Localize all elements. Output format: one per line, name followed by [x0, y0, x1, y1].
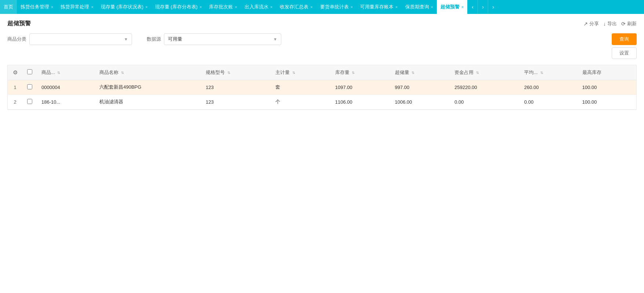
col-checkbox-header	[22, 65, 37, 80]
nav-summary[interactable]: 收发存汇总表 ×	[276, 0, 316, 14]
settings-button[interactable]: 设置	[612, 47, 637, 59]
row-checkbox-1[interactable]	[27, 99, 32, 104]
top-navigation: 首页 拣货任务管理 × 拣货异常处理 × 现存量 (库存状况表) × 现存量 (…	[0, 0, 644, 14]
col-product-code[interactable]: 商品... ⇅	[37, 65, 95, 80]
nav-task-mgmt-label: 拣货任务管理	[21, 4, 49, 10]
row-stock-0: 1097.00	[331, 80, 391, 94]
row-unit-0: 套	[271, 80, 331, 94]
share-label: 分享	[589, 21, 599, 27]
col-product-code-label: 商品...	[41, 70, 55, 75]
nav-inout-flow-close[interactable]: ×	[270, 5, 272, 9]
nav-stock-status[interactable]: 现存量 (库存状况表) ×	[97, 0, 151, 14]
refresh-icon: ⟳	[621, 21, 626, 27]
row-product-name-1: 机油滤清器	[95, 94, 201, 109]
datasource-chevron-icon: ▼	[273, 37, 277, 41]
nav-task-mgmt-close[interactable]: ×	[51, 5, 53, 9]
sort-unit-icon: ⇅	[292, 71, 295, 75]
nav-task-mgmt[interactable]: 拣货任务管理 ×	[17, 0, 57, 14]
datasource-label: 数据源	[147, 36, 161, 42]
row-max-stock-0: 100.00	[578, 80, 636, 94]
category-filter: 商品分类 ▼	[7, 33, 132, 45]
page-content: 超储预警 ↗ 分享 ↓ 导出 ⟳ 刷新 商品分类	[0, 14, 644, 293]
page-title: 超储预警	[7, 20, 31, 27]
share-button[interactable]: ↗ 分享	[583, 21, 599, 27]
nav-batch-ledger-label: 库存批次账	[209, 4, 233, 10]
page-header: 超储预警 ↗ 分享 ↓ 导出 ⟳ 刷新	[7, 20, 637, 27]
nav-stock-dist[interactable]: 现存量 (库存分布表) ×	[151, 0, 206, 14]
nav-inout-flow-label: 出入库流水	[245, 4, 268, 10]
nav-inout-flow[interactable]: 出入库流水 ×	[241, 0, 276, 14]
col-stock[interactable]: 库存量 ⇅	[331, 65, 391, 80]
nav-order-stats-label: 要货单统计表	[320, 4, 349, 10]
nav-home[interactable]: 首页	[0, 0, 17, 14]
row-capital-0: 259220.00	[450, 80, 520, 94]
share-icon: ↗	[583, 21, 588, 27]
nav-arrow-right[interactable]: ›	[477, 0, 488, 14]
datasource-value: 可用量	[168, 36, 182, 42]
row-stock-1: 1106.00	[331, 94, 391, 109]
nav-exception[interactable]: 拣货异常处理 ×	[57, 0, 97, 14]
row-overstock-1: 1006.00	[391, 94, 450, 109]
col-unit[interactable]: 主计量 ⇅	[271, 65, 331, 80]
header-actions: ↗ 分享 ↓ 导出 ⟳ 刷新	[583, 21, 637, 27]
refresh-button[interactable]: ⟳ 刷新	[621, 21, 637, 27]
settings-gear-icon[interactable]: ⚙	[13, 69, 18, 75]
table-row: 1 0000004 六配套新昌490BPG 123 套 1097.00 997.…	[8, 80, 636, 94]
data-table: ⚙ 商品... ⇅ 商品名称 ⇅ 规格型号 ⇅	[7, 65, 637, 110]
col-product-name[interactable]: 商品名称 ⇅	[95, 65, 201, 80]
row-checkbox-0[interactable]	[27, 84, 32, 89]
category-select[interactable]: ▼	[29, 33, 132, 45]
row-num-0: 1	[8, 80, 22, 94]
col-capital[interactable]: 资金占用 ⇅	[450, 65, 520, 80]
nav-available-ledger[interactable]: 可用量库存账本 ×	[356, 0, 401, 14]
col-max-stock[interactable]: 最高库存	[578, 65, 636, 80]
nav-expiry[interactable]: 保质期查询 ×	[402, 0, 437, 14]
row-spec-0: 123	[201, 80, 271, 94]
nav-arrow-left[interactable]: ‹	[467, 0, 477, 14]
nav-arrow-more[interactable]: ›	[488, 0, 498, 14]
row-product-code-1: 186-10...	[37, 94, 95, 109]
nav-overstock-close[interactable]: ×	[461, 5, 464, 9]
row-product-code-0: 0000004	[37, 80, 95, 94]
category-label: 商品分类	[7, 36, 26, 42]
nav-stock-dist-close[interactable]: ×	[200, 5, 202, 9]
query-button[interactable]: 查询	[612, 33, 637, 45]
row-spec-1: 123	[201, 94, 271, 109]
nav-overstock-label: 超储预警	[440, 4, 460, 10]
table-header-row: ⚙ 商品... ⇅ 商品名称 ⇅ 规格型号 ⇅	[8, 65, 636, 80]
nav-expiry-label: 保质期查询	[405, 4, 429, 10]
nav-batch-ledger-close[interactable]: ×	[235, 5, 237, 9]
col-spec[interactable]: 规格型号 ⇅	[201, 65, 271, 80]
refresh-label: 刷新	[627, 21, 637, 27]
datasource-select[interactable]: 可用量 ▼	[164, 33, 281, 45]
row-unit-1: 个	[271, 94, 331, 109]
nav-batch-ledger[interactable]: 库存批次账 ×	[205, 0, 241, 14]
col-product-name-label: 商品名称	[99, 70, 118, 75]
nav-exception-close[interactable]: ×	[91, 5, 93, 9]
sort-stock-icon: ⇅	[352, 71, 355, 75]
export-icon: ↓	[603, 21, 606, 27]
col-avg-label: 平均...	[524, 70, 538, 75]
nav-expiry-close[interactable]: ×	[431, 5, 433, 9]
nav-available-ledger-close[interactable]: ×	[395, 5, 398, 9]
col-unit-label: 主计量	[275, 70, 290, 75]
sort-product-name-icon: ⇅	[121, 71, 124, 75]
nav-overstock[interactable]: 超储预警 ×	[437, 0, 467, 14]
nav-stock-status-label: 现存量 (库存状况表)	[101, 4, 143, 10]
category-chevron-icon: ▼	[124, 37, 128, 41]
export-button[interactable]: ↓ 导出	[603, 21, 617, 27]
row-overstock-0: 997.00	[391, 80, 450, 94]
nav-order-stats-close[interactable]: ×	[351, 5, 353, 9]
nav-stock-status-close[interactable]: ×	[145, 5, 147, 9]
table-row: 2 186-10... 机油滤清器 123 个 1106.00 1006.00 …	[8, 94, 636, 109]
nav-order-stats[interactable]: 要货单统计表 ×	[316, 0, 356, 14]
select-all-checkbox[interactable]	[27, 69, 32, 74]
col-overstock[interactable]: 超储量 ⇅	[391, 65, 450, 80]
col-avg[interactable]: 平均... ⇅	[520, 65, 578, 80]
row-checkbox-cell-0	[22, 80, 37, 94]
row-checkbox-cell-1	[22, 94, 37, 109]
col-capital-label: 资金占用	[454, 70, 473, 75]
row-max-stock-1: 100.00	[578, 94, 636, 109]
row-avg-0: 260.00	[520, 80, 578, 94]
nav-summary-close[interactable]: ×	[310, 5, 312, 9]
